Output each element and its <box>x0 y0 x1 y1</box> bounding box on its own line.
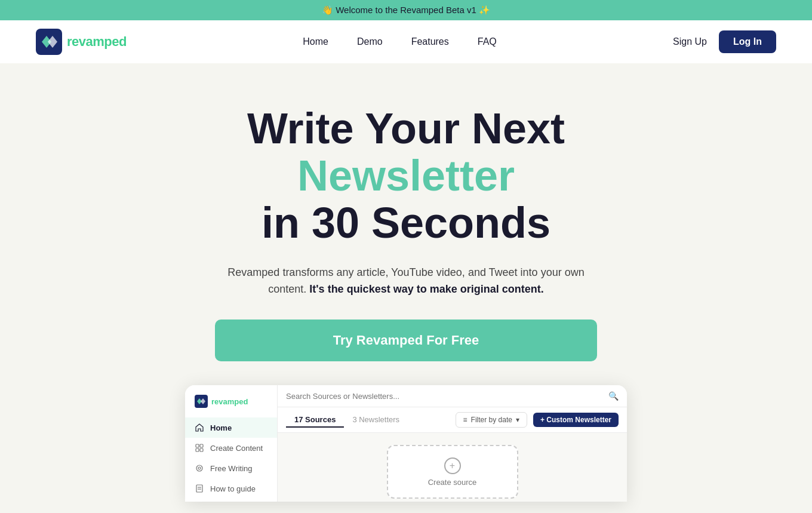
navbar: revamped Home Demo Features FAQ Sign Up … <box>0 20 812 63</box>
doc-icon <box>195 484 204 493</box>
app-sidebar: revamped Home Create Content <box>185 385 278 502</box>
hero-title-line1: Write Your Next <box>247 105 565 152</box>
create-source-label: Create source <box>428 478 477 487</box>
hero-subtitle: Revamped transforms any article, YouTube… <box>221 264 591 299</box>
app-nav-create-content[interactable]: Create Content <box>185 438 277 458</box>
svg-rect-8 <box>196 485 202 492</box>
hero-title-highlight: Newsletter <box>297 152 515 199</box>
app-content-area: + Create source <box>278 433 627 502</box>
nav-logo[interactable]: revamped <box>36 29 127 55</box>
logo-text: revamped <box>67 34 127 50</box>
nav-item-demo[interactable]: Demo <box>357 36 383 47</box>
app-tabs-bar: 17 Sources 3 Newsletters ≡ Filter by dat… <box>278 407 627 433</box>
create-source-card[interactable]: + Create source <box>387 445 518 499</box>
svg-point-7 <box>198 467 201 469</box>
app-nav-create-label: Create Content <box>210 444 263 453</box>
app-sidebar-logo: revamped <box>185 395 277 417</box>
nav-actions: Sign Up Log In <box>673 30 776 53</box>
top-banner: 👋 Welcome to the Revamped Beta v1 ✨ <box>0 0 812 20</box>
hero-subtitle-bold: It's the quickest way to make original c… <box>309 283 543 295</box>
signup-button[interactable]: Sign Up <box>673 36 707 47</box>
app-nav-how-to-label: How to guide <box>210 484 256 493</box>
search-icon: 🔍 <box>608 391 619 401</box>
svg-rect-5 <box>200 449 203 451</box>
app-nav-home[interactable]: Home <box>185 417 277 438</box>
svg-point-6 <box>196 465 202 471</box>
app-preview: revamped Home Create Content <box>185 385 627 502</box>
app-nav-home-label: Home <box>210 423 232 432</box>
nav-links: Home Demo Features FAQ <box>303 36 497 47</box>
nav-item-features[interactable]: Features <box>411 36 449 47</box>
filter-label: Filter by date <box>471 416 512 424</box>
app-logo-small-text: revamped <box>211 397 248 406</box>
app-tab-actions: ≡ Filter by date ▾ + Custom Newsletter <box>456 412 619 428</box>
logo-icon <box>36 29 62 55</box>
edit-icon <box>195 443 204 453</box>
hero-title: Write Your Next Newsletter in 30 Seconds <box>247 105 565 247</box>
plus-circle-icon: + <box>444 457 461 474</box>
app-logo-small-icon <box>195 395 208 408</box>
svg-rect-4 <box>196 449 199 451</box>
app-main-area: 🔍 17 Sources 3 Newsletters ≡ Filter by d… <box>278 385 627 502</box>
filter-icon: ≡ <box>463 416 467 424</box>
try-free-button[interactable]: Try Revamped For Free <box>215 320 597 361</box>
nav-item-faq[interactable]: FAQ <box>478 36 497 47</box>
hero-section: Write Your Next Newsletter in 30 Seconds… <box>0 63 812 513</box>
svg-rect-2 <box>196 444 199 447</box>
app-tab-sources[interactable]: 17 Sources <box>286 413 344 428</box>
svg-rect-3 <box>200 444 203 447</box>
custom-newsletter-button[interactable]: + Custom Newsletter <box>533 413 619 427</box>
nav-item-home[interactable]: Home <box>303 36 328 47</box>
filter-chevron-icon: ▾ <box>516 416 519 424</box>
app-tabs: 17 Sources 3 Newsletters <box>286 413 408 428</box>
hero-title-line2: in 30 Seconds <box>262 199 550 247</box>
home-icon <box>195 423 204 432</box>
pen-icon <box>195 463 204 473</box>
banner-text: 👋 Welcome to the Revamped Beta v1 ✨ <box>322 5 490 15</box>
app-search-bar: 🔍 <box>278 385 627 407</box>
app-tab-newsletters[interactable]: 3 Newsletters <box>344 413 408 428</box>
app-nav-free-writing-label: Free Writing <box>210 464 253 473</box>
login-button[interactable]: Log In <box>719 30 776 53</box>
filter-button[interactable]: ≡ Filter by date ▾ <box>456 412 527 428</box>
app-search-input[interactable] <box>286 392 602 401</box>
app-nav-how-to[interactable]: How to guide <box>185 478 277 499</box>
app-nav-free-writing[interactable]: Free Writing <box>185 458 277 478</box>
